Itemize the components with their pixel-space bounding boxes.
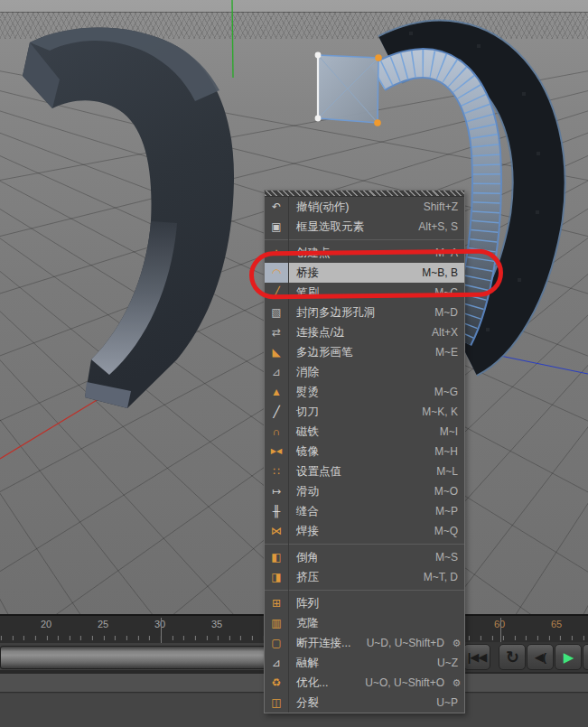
polygon-pen-icon: ◣ xyxy=(265,342,288,362)
menu-item-shortcut: M~H xyxy=(434,445,464,458)
menu-item-close-poly-hole[interactable]: ▧封闭多边形孔洞M~D xyxy=(265,303,464,322)
vertex-selected xyxy=(375,54,382,61)
previous-key-icon: ◀( xyxy=(535,650,546,664)
menu-item-disconnect[interactable]: ▢断开连接...U~D, U~Shift+D⚙ xyxy=(265,633,464,653)
array-icon: ⊞ xyxy=(265,593,288,613)
menu-item-shortcut: M~D xyxy=(434,306,464,319)
connect-icon: ⇄ xyxy=(265,322,288,342)
menu-item-label: 撤销(动作) xyxy=(288,200,424,215)
menu-item-shortcut: M~P xyxy=(435,505,464,517)
frame-number-label: 35 xyxy=(211,619,222,629)
split-icon: ◫ xyxy=(265,693,288,713)
goto-start-icon: |◀◀ xyxy=(468,650,487,664)
undo-icon: ↶ xyxy=(265,197,288,217)
previous-key-button[interactable]: ◀( xyxy=(527,644,554,670)
close-hole-icon: ▧ xyxy=(265,303,288,322)
menu-item-shortcut: M~E xyxy=(435,346,464,359)
menu-item-set-point-value[interactable]: ∷设置点值M~L xyxy=(265,461,464,481)
menu-item-bridge[interactable]: ◠桥接M~B, B xyxy=(265,263,464,283)
polygon-edit-context-menu: ↶撤销(动作)Shift+Z▣框显选取元素Alt+S, S∴创建点M~A◠桥接M… xyxy=(264,190,465,713)
menu-item-iron[interactable]: ▲熨烫M~G xyxy=(265,382,464,402)
menu-item-label: 磁铁 xyxy=(288,424,440,440)
set-point-value-icon: ∷ xyxy=(265,461,288,481)
menu-item-label: 倒角 xyxy=(288,550,435,565)
menu-item-label: 封闭多边形孔洞 xyxy=(288,305,434,321)
menu-item-label: 融解 xyxy=(288,656,437,671)
menu-item-label: 框显选取元素 xyxy=(288,219,418,235)
menu-item-shortcut: M~I xyxy=(440,425,464,438)
menu-item-shortcut: Shift+Z xyxy=(424,200,464,213)
bridge-icon: ◠ xyxy=(265,263,288,283)
menu-item-shortcut: M~C xyxy=(434,286,464,299)
menu-item-label: 阵列 xyxy=(288,596,458,611)
options-gear-icon[interactable]: ⚙ xyxy=(451,638,462,649)
menu-item-magnet[interactable]: ∩磁铁M~I xyxy=(265,422,464,442)
next-key-button[interactable]: )( xyxy=(583,644,588,670)
menu-item-brush[interactable]: ╱笔刷M~C xyxy=(265,283,464,303)
menu-item-polygon-pen[interactable]: ◣多边形画笔M~E xyxy=(265,342,464,362)
menu-item-label: 设置点值 xyxy=(288,464,436,480)
menu-item-connect-pt-edge[interactable]: ⇄连接点/边Alt+X xyxy=(265,322,464,342)
menu-item-array[interactable]: ⊞阵列 xyxy=(265,593,464,613)
menu-separator xyxy=(265,541,464,547)
menu-item-shortcut: U~P xyxy=(436,696,464,709)
frame-number-label: 65 xyxy=(551,619,562,629)
menu-item-label: 断开连接... xyxy=(288,636,367,651)
bevel-icon: ◧ xyxy=(265,547,288,567)
menu-item-weld[interactable]: ⋈焊接M~Q xyxy=(265,521,464,541)
frame-selected-icon: ▣ xyxy=(265,217,288,237)
menu-item-shortcut: M~B, B xyxy=(422,266,464,279)
menu-item-mirror[interactable]: ▶◀镜像M~H xyxy=(265,442,464,461)
mirror-icon: ▶◀ xyxy=(265,442,288,461)
menu-item-stitch-sew[interactable]: ╫缝合M~P xyxy=(265,501,464,521)
menu-item-clone[interactable]: ▥克隆 xyxy=(265,613,464,633)
menu-tear-strip[interactable] xyxy=(265,191,464,197)
menu-item-knife[interactable]: ╱切刀M~K, K xyxy=(265,402,464,422)
weld-icon: ⋈ xyxy=(265,521,288,541)
left-c-shape-object[interactable] xyxy=(23,28,234,408)
extrude-icon: ◨ xyxy=(265,567,288,587)
options-gear-icon[interactable]: ⚙ xyxy=(451,677,462,689)
menu-item-slide[interactable]: ↦滑动M~O xyxy=(265,481,464,501)
loop-playback-button[interactable]: ↻ xyxy=(499,644,526,670)
vertex-selected xyxy=(374,119,381,126)
play-forward-icon: ▶ xyxy=(564,649,574,666)
menu-item-label: 焊接 xyxy=(288,524,434,539)
menu-item-melt[interactable]: ⊿融解U~Z xyxy=(265,653,464,673)
menu-item-create-point[interactable]: ∴创建点M~A xyxy=(265,243,464,263)
frame-number-label: 30 xyxy=(154,619,165,629)
menu-item-undo-action[interactable]: ↶撤销(动作)Shift+Z xyxy=(265,197,464,217)
menu-item-shortcut: M~K, K xyxy=(422,405,464,418)
menu-item-label: 滑动 xyxy=(288,484,434,499)
menu-item-shortcut: M~S xyxy=(435,551,464,564)
menu-item-label: 优化... xyxy=(288,676,365,691)
vertex-unselected xyxy=(315,52,322,59)
loop-icon: ↻ xyxy=(506,648,518,667)
disconnect-icon: ▢ xyxy=(265,633,288,653)
menu-item-shortcut: M~A xyxy=(435,247,464,259)
menu-item-split[interactable]: ◫分裂U~P xyxy=(265,693,464,713)
slide-icon: ↦ xyxy=(265,481,288,501)
stitch-icon: ╫ xyxy=(265,501,288,521)
knife-icon: ╱ xyxy=(265,402,288,422)
menu-item-dissolve[interactable]: ⊿消除 xyxy=(265,362,464,382)
axis-x-red xyxy=(0,392,110,459)
magnet-icon: ∩ xyxy=(265,422,288,442)
menu-item-frame-selected[interactable]: ▣框显选取元素Alt+S, S xyxy=(265,217,464,237)
selected-polygon[interactable] xyxy=(315,52,382,126)
menu-separator xyxy=(265,587,464,593)
menu-item-label: 创建点 xyxy=(288,246,435,261)
menu-item-bevel[interactable]: ◧倒角M~S xyxy=(265,547,464,567)
menu-item-list: ↶撤销(动作)Shift+Z▣框显选取元素Alt+S, S∴创建点M~A◠桥接M… xyxy=(265,197,464,713)
menu-item-shortcut: M~L xyxy=(436,465,464,478)
clone-icon: ▥ xyxy=(265,613,288,633)
goto-start-button[interactable]: |◀◀ xyxy=(463,644,490,670)
brush-icon: ╱ xyxy=(265,283,288,303)
menu-item-shortcut: U~O, U~Shift+O xyxy=(365,676,451,689)
iron-icon: ▲ xyxy=(265,382,288,402)
menu-item-shortcut: M~T, D xyxy=(424,571,464,583)
menu-item-extrude[interactable]: ◨挤压M~T, D xyxy=(265,567,464,587)
menu-item-optimize[interactable]: ♻优化...U~O, U~Shift+O⚙ xyxy=(265,673,464,693)
menu-item-label: 挤压 xyxy=(288,570,424,585)
play-button[interactable]: ▶ xyxy=(555,644,582,670)
